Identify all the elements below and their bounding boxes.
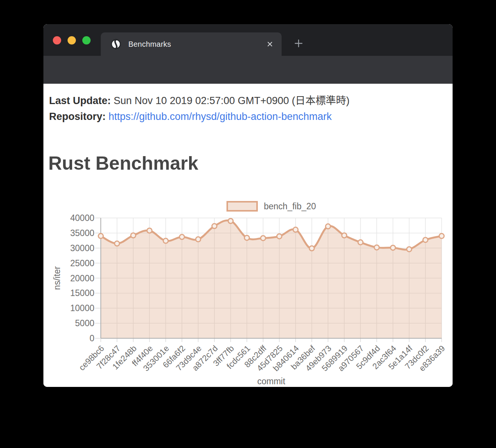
window-minimize-button[interactable] bbox=[68, 36, 76, 44]
chart-legend[interactable]: bench_fib_20 bbox=[101, 200, 442, 213]
chart-canvas[interactable] bbox=[95, 214, 445, 342]
y-tick-label: 35000 bbox=[55, 228, 94, 238]
repository-label: Repository: bbox=[49, 111, 106, 122]
repository-link[interactable]: https://github.com/rhysd/github-action-b… bbox=[109, 111, 332, 122]
globe-favicon-icon bbox=[110, 38, 122, 50]
tab-strip: Benchmarks bbox=[43, 24, 453, 56]
y-tick-label: 40000 bbox=[55, 213, 94, 223]
new-tab-button[interactable] bbox=[293, 38, 305, 49]
y-tick-label: 10000 bbox=[55, 303, 94, 313]
x-axis-title: commit bbox=[101, 376, 442, 387]
y-tick-label: 30000 bbox=[55, 243, 94, 253]
y-axis-title: ns/iter bbox=[52, 255, 62, 301]
tab-title: Benchmarks bbox=[128, 40, 171, 49]
page-content: Last Update: Sun Nov 10 2019 02:57:00 GM… bbox=[43, 84, 453, 387]
navigation-bar: rhysd.github.io/github-... シークレット bbox=[43, 56, 453, 84]
page-title: Rust Benchmark bbox=[48, 152, 198, 174]
window-zoom-button[interactable] bbox=[82, 36, 91, 44]
page-meta: Last Update: Sun Nov 10 2019 02:57:00 GM… bbox=[49, 93, 350, 124]
last-update-value: Sun Nov 10 2019 02:57:00 GMT+0900 (日本標準時… bbox=[111, 95, 350, 106]
y-tick-label: 5000 bbox=[55, 318, 94, 328]
legend-swatch bbox=[226, 201, 258, 212]
y-tick-label: 0 bbox=[55, 333, 94, 344]
browser-window: Benchmarks bbox=[43, 24, 453, 387]
tab-benchmarks[interactable]: Benchmarks bbox=[101, 32, 282, 56]
legend-label: bench_fib_20 bbox=[264, 201, 316, 212]
repository-line: Repository: https://github.com/rhysd/git… bbox=[49, 109, 350, 124]
window-close-button[interactable] bbox=[53, 36, 61, 44]
last-update-line: Last Update: Sun Nov 10 2019 02:57:00 GM… bbox=[49, 93, 350, 109]
last-update-label: Last Update: bbox=[49, 95, 111, 106]
tab-close-icon[interactable] bbox=[265, 39, 275, 49]
